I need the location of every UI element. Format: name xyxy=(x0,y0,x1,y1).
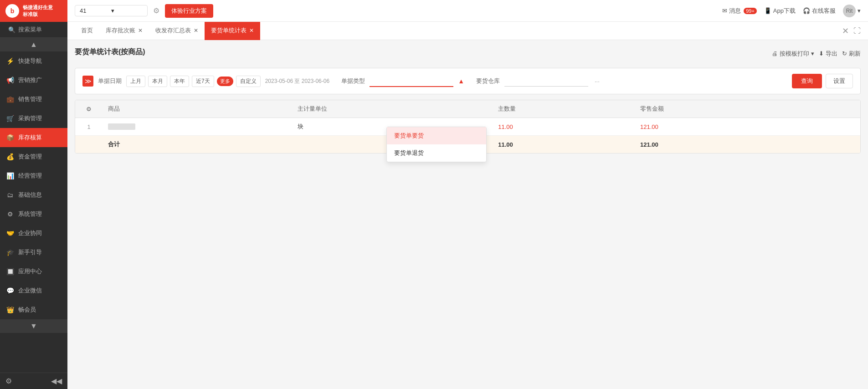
tab-close-inventory-batch[interactable]: ✕ xyxy=(138,27,143,34)
sidebar-bottom: ⚙ ◀◀ xyxy=(0,373,67,389)
user-item[interactable]: Rit ▾ xyxy=(843,5,861,17)
date-custom-button[interactable]: 自定义 xyxy=(236,76,261,87)
message-icon: ✉ xyxy=(722,7,727,14)
headset-icon: 🎧 xyxy=(803,7,810,14)
sidebar-item-quick-nav[interactable]: ⚡ 快捷导航 xyxy=(0,51,67,71)
marketing-icon: 📢 xyxy=(5,76,15,85)
member-icon: 👑 xyxy=(5,305,15,314)
export-icon: ⬇ xyxy=(819,50,824,57)
message-item[interactable]: ✉ 消息 99+ xyxy=(722,7,757,15)
app-download-item[interactable]: 📱 App下载 xyxy=(764,7,796,15)
date-range-display: 2023-05-06 至 2023-06-06 xyxy=(265,77,329,85)
type-dropdown: 要货单要货 要货单退货 xyxy=(386,127,487,162)
sidebar-item-purchase[interactable]: 🛒 采购管理 xyxy=(0,109,67,128)
tab-home[interactable]: 首页 xyxy=(75,22,99,40)
wechat-icon: 💬 xyxy=(5,286,15,295)
scroll-down-button[interactable]: ▼ xyxy=(0,319,67,333)
date-buttons: 上月 本月 本年 近7天 更多 自定义 xyxy=(126,76,261,87)
collapse-icon[interactable]: ◀◀ xyxy=(51,377,62,385)
type-select[interactable] xyxy=(370,76,453,87)
sidebar-search[interactable]: 🔍 搜索菜单 xyxy=(0,22,67,38)
topbar-right: ✉ 消息 99+ 📱 App下载 🎧 在线客服 Rit ▾ xyxy=(722,5,861,17)
sidebar-item-basic[interactable]: 🗂 基础信息 xyxy=(0,185,67,205)
logo-text: 畅捷通好生意 标准版 xyxy=(23,4,53,18)
dropdown-item-order-return[interactable]: 要货单退货 xyxy=(387,144,486,162)
export-button[interactable]: ⬇ 导出 xyxy=(819,50,837,58)
row-qty: 11.00 xyxy=(493,118,635,136)
chevron-down-icon: ▾ xyxy=(111,7,143,14)
sidebar-item-finance[interactable]: 💰 资金管理 xyxy=(0,147,67,166)
sidebar-item-sales[interactable]: 💼 销售管理 xyxy=(0,90,67,109)
message-badge: 99+ xyxy=(744,8,757,14)
date-this-month-button[interactable]: 本月 xyxy=(148,76,167,87)
apps-icon: 🔲 xyxy=(5,267,15,276)
promo-button[interactable]: 体验行业方案 xyxy=(165,4,213,18)
chevron-down-user-icon: ▾ xyxy=(858,7,861,14)
col-product-header: 商品 xyxy=(103,100,292,118)
refresh-icon: ↻ xyxy=(842,50,847,57)
filter-actions: 查询 设置 xyxy=(792,74,853,88)
content-area: 要货单统计表(按商品) 🖨 按模板打印 ▾ ⬇ 导出 ↻ 刷新 ≫ xyxy=(67,40,868,389)
sidebar-item-member[interactable]: 👑 畅会员 xyxy=(0,300,67,319)
cooperation-icon: 🤝 xyxy=(5,229,15,238)
avatar: Rit xyxy=(843,5,856,17)
topbar-gear-icon[interactable]: ⚙ xyxy=(153,6,159,15)
tab-close-receive-summary[interactable]: ✕ xyxy=(194,27,198,34)
topbar-left: 41 ▾ ⚙ 体验行业方案 xyxy=(75,4,213,18)
warehouse-label: 要货仓库 xyxy=(476,77,500,85)
col-amount-header: 零售金额 xyxy=(635,100,806,118)
scroll-up-button[interactable]: ▲ xyxy=(0,38,67,51)
sidebar-logo: b 畅捷通好生意 标准版 xyxy=(0,0,67,22)
logo-icon: b xyxy=(5,4,19,18)
phone-icon: 📱 xyxy=(764,7,771,14)
tab-order-stat[interactable]: 要货单统计表 ✕ xyxy=(205,22,260,40)
tab-receive-summary[interactable]: 收发存汇总表 ✕ xyxy=(149,22,205,40)
sidebar-item-wechat[interactable]: 💬 企业微信 xyxy=(0,281,67,300)
search-icon: 🔍 xyxy=(8,26,15,33)
col-qty-header: 主数量 xyxy=(493,100,635,118)
print-chevron-icon: ▾ xyxy=(811,50,814,57)
warehouse-dots-icon[interactable]: ··· xyxy=(595,78,600,85)
page-title: 要货单统计表(按商品) xyxy=(75,47,145,57)
filter-expand-button[interactable]: ≫ xyxy=(82,76,93,87)
sidebar: b 畅捷通好生意 标准版 🔍 搜索菜单 ▲ ⚡ 快捷导航 📢 营销推广 💼 销售… xyxy=(0,0,67,389)
sidebar-item-system[interactable]: ⚙ 系统管理 xyxy=(0,205,67,224)
date-this-year-button[interactable]: 本年 xyxy=(170,76,189,87)
row-product xyxy=(103,118,292,136)
settings-button[interactable]: 设置 xyxy=(826,74,853,88)
product-placeholder xyxy=(108,123,135,130)
maximize-icon[interactable]: ⛶ xyxy=(853,27,861,35)
warehouse-input[interactable] xyxy=(504,76,588,87)
query-button[interactable]: 查询 xyxy=(792,74,822,88)
sidebar-item-apps[interactable]: 🔲 应用中心 xyxy=(0,262,67,281)
date-more-badge[interactable]: 更多 xyxy=(217,77,233,86)
tabs-bar-right: ✕ ⛶ xyxy=(842,26,861,36)
sidebar-item-guide[interactable]: 🎓 新手引导 xyxy=(0,243,67,262)
close-window-icon[interactable]: ✕ xyxy=(842,26,849,36)
sidebar-item-cooperation[interactable]: 🤝 企业协同 xyxy=(0,224,67,243)
print-icon: 🖨 xyxy=(772,50,778,57)
sales-icon: 💼 xyxy=(5,95,15,104)
sidebar-item-inventory[interactable]: 📦 库存核算 xyxy=(0,128,67,147)
date-last-month-button[interactable]: 上月 xyxy=(126,76,145,87)
inventory-icon: 📦 xyxy=(5,133,15,142)
guide-icon: 🎓 xyxy=(5,248,15,257)
tab-close-order-stat[interactable]: ✕ xyxy=(249,27,254,34)
sidebar-item-marketing[interactable]: 📢 营销推广 xyxy=(0,71,67,90)
row-no: 1 xyxy=(75,118,103,136)
print-button[interactable]: 🖨 按模板打印 ▾ xyxy=(772,50,814,58)
toolbar: 🖨 按模板打印 ▾ ⬇ 导出 ↻ 刷新 xyxy=(772,50,861,58)
tab-inventory-batch[interactable]: 库存批次账 ✕ xyxy=(99,22,149,40)
settings-icon[interactable]: ⚙ xyxy=(5,377,12,385)
footer-qty: 11.00 xyxy=(493,136,635,154)
basic-icon: 🗂 xyxy=(5,190,15,200)
company-selector[interactable]: 41 ▾ xyxy=(75,5,148,16)
date-last-7days-button[interactable]: 近7天 xyxy=(192,76,214,87)
online-service-item[interactable]: 🎧 在线客服 xyxy=(803,7,836,15)
type-chevron-icon[interactable]: ▲ xyxy=(458,77,464,85)
row-amount: 121.00 xyxy=(635,118,806,136)
col-settings-header[interactable]: ⚙ xyxy=(75,100,103,118)
sidebar-item-operation[interactable]: 📊 经营管理 xyxy=(0,166,67,185)
dropdown-item-order-goods[interactable]: 要货单要货 xyxy=(387,127,486,144)
refresh-button[interactable]: ↻ 刷新 xyxy=(842,50,861,58)
